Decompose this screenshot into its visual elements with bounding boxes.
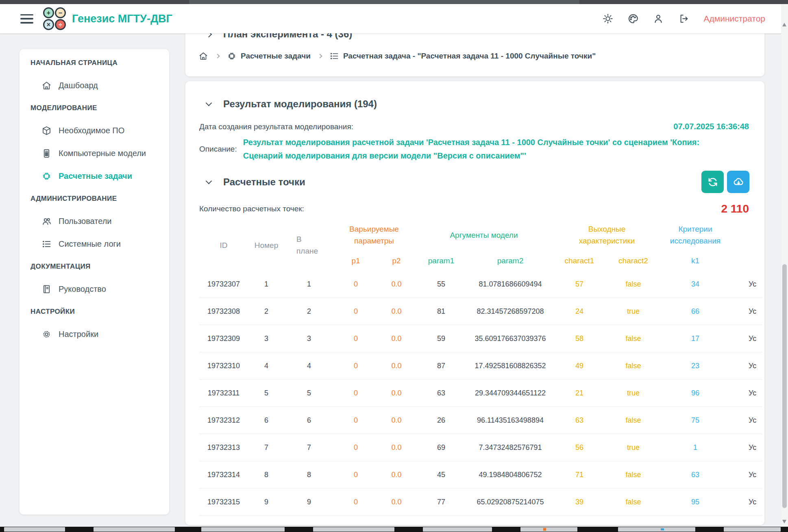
- column-subheader: p2: [378, 250, 415, 271]
- sidebar-item[interactable]: Пользователи: [20, 210, 169, 232]
- table-cell: 39: [553, 498, 606, 506]
- table-cell: false: [606, 498, 661, 506]
- scrollbar-up-arrow[interactable]: [782, 23, 786, 26]
- main-content-card: Результат моделирования (194) Дата созда…: [185, 81, 764, 525]
- table-cell: 8: [285, 471, 333, 479]
- table-cell: 0: [333, 334, 378, 343]
- sidebar-item-label: Пользователи: [59, 217, 112, 226]
- table-cell: Ус: [730, 389, 762, 397]
- table-cell: 59: [415, 334, 468, 343]
- breadcrumb-item-task-current[interactable]: Расчетная задача - "Расчетная задача 11 …: [329, 51, 596, 61]
- column-subheader: k1: [661, 250, 730, 271]
- table-cell: 77: [415, 498, 468, 506]
- users-icon: [41, 216, 52, 226]
- download-button[interactable]: [727, 171, 749, 193]
- taskbar-thumbnail: [520, 527, 577, 532]
- table-row[interactable]: 197323093300.05935.60917663703937658fals…: [199, 325, 762, 352]
- table-cell: 7: [285, 443, 333, 452]
- table-row[interactable]: 197323137700.0697.3473248257679156true1У…: [199, 434, 762, 461]
- app-header: + − × ÷ Генезис МГТУ-ДВГ Администратор: [0, 4, 788, 33]
- scrollbar-thumb[interactable]: [782, 264, 787, 508]
- sidebar-item[interactable]: Компьютерные модели: [20, 142, 169, 165]
- points-count-row: Количество расчетных точек: 2 110: [199, 202, 749, 215]
- points-table: IDНомерВ планеВарьируемые параметрыАргум…: [199, 219, 762, 516]
- table-cell: 0: [333, 498, 378, 506]
- calculator-icon: [41, 148, 52, 159]
- list-icon: [329, 51, 339, 61]
- description-row: Описание: Результат моделирования расчет…: [199, 136, 752, 163]
- table-cell: Ус: [730, 307, 762, 316]
- sidebar-item[interactable]: Дашбоард: [20, 74, 169, 97]
- cloud-download-icon: [732, 176, 744, 188]
- sidebar-item[interactable]: Системные логи: [20, 232, 169, 255]
- table-cell: false: [606, 471, 661, 479]
- table-cell: 0: [333, 362, 378, 370]
- table-cell: 3: [248, 334, 285, 343]
- column-group-header: Варьируемые параметры: [333, 219, 415, 250]
- package-icon: [41, 126, 52, 136]
- table-row[interactable]: 197323148800.04549.198480480675271false6…: [199, 461, 762, 489]
- table-cell: Ус: [730, 443, 762, 452]
- table-cell: 7.34732482576791: [468, 443, 553, 452]
- description-value: Результат моделирования расчетной задачи…: [243, 136, 727, 163]
- theme-toggle-icon[interactable]: [602, 13, 614, 25]
- table-row[interactable]: 197323082200.08182.3145726859720824true6…: [199, 298, 762, 325]
- table-cell: 2: [285, 307, 333, 316]
- table-cell: 0: [333, 307, 378, 316]
- table-cell: Ус: [730, 416, 762, 425]
- column-subheader: param1: [415, 250, 468, 271]
- sidebar-item[interactable]: Расчетные задачи: [20, 165, 169, 187]
- chip-icon: [227, 51, 237, 61]
- table-cell: 58: [553, 334, 606, 343]
- table-row[interactable]: 197323115500.06329.34470934465112221true…: [199, 380, 762, 407]
- breadcrumb-item-tasks[interactable]: Расчетные задачи: [227, 51, 311, 61]
- table-row[interactable]: 197323126600.02696.1143516349889463false…: [199, 407, 762, 434]
- table-cell: 19732309: [199, 334, 248, 343]
- logo-times-icon: ×: [43, 19, 54, 30]
- sidebar-item[interactable]: Необходимое ПО: [20, 119, 169, 142]
- table-cell: 0.0: [378, 416, 415, 425]
- table-cell: 19732315: [199, 498, 248, 506]
- table-row[interactable]: 197323104400.08717.49258160882635249fals…: [199, 352, 762, 380]
- book-icon: [41, 284, 52, 294]
- chevron-down-icon[interactable]: [206, 100, 212, 106]
- points-actions: [701, 171, 749, 193]
- table-cell: 0.0: [378, 389, 415, 397]
- column-subheader: p1: [333, 250, 378, 271]
- app-logo: + − × ÷: [43, 7, 66, 30]
- sidebar-item-label: Компьютерные модели: [59, 149, 146, 158]
- menu-toggle-button[interactable]: [20, 14, 33, 24]
- table-cell: 34: [661, 280, 730, 289]
- table-row[interactable]: 197323159900.07765.0292087521407539false…: [199, 489, 762, 516]
- palette-icon[interactable]: [627, 13, 639, 25]
- table-row[interactable]: 197323071100.05581.078168660949457false3…: [199, 271, 762, 298]
- column-group-header: Выходные характеристики: [553, 219, 661, 250]
- table-cell: 1: [285, 280, 333, 289]
- profile-icon[interactable]: [652, 13, 664, 25]
- table-cell: 35.609176637039376: [468, 334, 553, 343]
- home-icon[interactable]: [198, 51, 208, 61]
- column-header: Номер: [248, 219, 285, 271]
- sidebar-item[interactable]: Руководство: [20, 278, 169, 300]
- breadcrumb: Расчетные задачи Расчетная задача - "Рас…: [198, 51, 596, 61]
- sidebar-item-label: Настройки: [59, 330, 98, 339]
- table-cell: 17.492581608826352: [468, 362, 553, 370]
- logout-icon[interactable]: [677, 13, 690, 25]
- sidebar-item-label: Системные логи: [59, 239, 121, 249]
- taskbar-thumbnail: [94, 527, 175, 532]
- table-cell: 82.31457268597208: [468, 307, 553, 316]
- table-cell: 4: [248, 362, 285, 370]
- breadcrumb-separator: [215, 54, 220, 58]
- page-scrollbar[interactable]: [781, 4, 788, 527]
- user-role-label[interactable]: Администратор: [703, 14, 765, 24]
- table-cell: 95: [661, 498, 730, 506]
- scrollbar-down-arrow[interactable]: [782, 520, 786, 523]
- table-cell: 81: [415, 307, 468, 316]
- browser-tab-segment: [189, 0, 579, 4]
- table-cell: 45: [415, 471, 468, 479]
- refresh-button[interactable]: [701, 171, 724, 193]
- sidebar-item[interactable]: Настройки: [20, 323, 169, 345]
- breadcrumb-item-label: Расчетные задачи: [241, 52, 311, 61]
- breadcrumb-separator: [318, 54, 322, 58]
- chevron-down-icon[interactable]: [206, 178, 212, 185]
